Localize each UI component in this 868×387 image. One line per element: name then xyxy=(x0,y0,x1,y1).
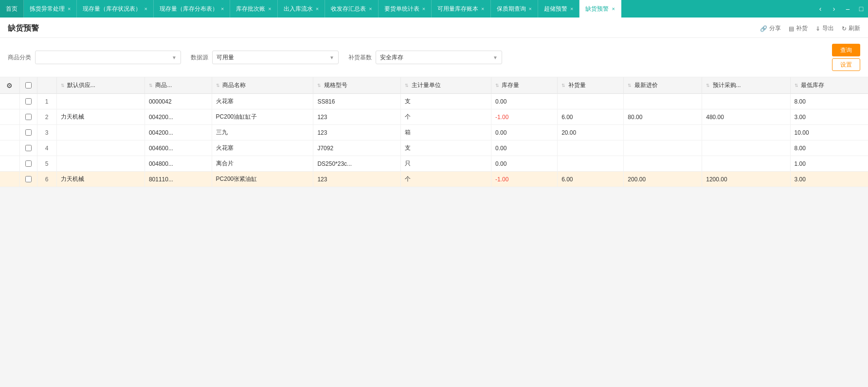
td-num: 2 xyxy=(37,109,56,125)
sort-spec-icon: ⇅ xyxy=(317,83,321,88)
datasource-select[interactable]: 可用量 ▼ xyxy=(212,51,339,64)
page-header: 缺货预警 🔗 分享 ▤ 补货 ⇓ 导出 ↻ 刷新 xyxy=(0,18,868,38)
tab-minimize[interactable]: ‒ xyxy=(841,5,854,13)
category-select[interactable]: ▼ xyxy=(35,51,181,64)
td-name: PC200油缸缸子 xyxy=(212,109,313,125)
td-settings xyxy=(0,109,19,125)
row-checkbox[interactable] xyxy=(25,129,32,136)
tab-expiry[interactable]: 保质期查询 × xyxy=(491,0,538,18)
td-spec: 123 xyxy=(313,109,401,125)
td-unit: 支 xyxy=(401,94,491,109)
table-row: 1 0000042 火花塞 SS816 支 0.00 8.00 xyxy=(0,94,868,109)
replenish-icon: ▤ xyxy=(789,25,794,32)
row-checkbox[interactable] xyxy=(25,114,32,120)
tab-home[interactable]: 首页 xyxy=(0,0,24,18)
sort-stock-icon: ⇅ xyxy=(495,83,499,88)
refresh-button[interactable]: ↻ 刷新 xyxy=(842,24,860,33)
td-supplier xyxy=(56,94,145,109)
row-checkbox[interactable] xyxy=(25,145,32,151)
td-stock: 0.00 xyxy=(491,125,557,141)
export-button[interactable]: ⇓ 导出 xyxy=(815,24,834,33)
tab-close-shortage[interactable]: × xyxy=(612,6,615,12)
td-num: 5 xyxy=(37,156,56,172)
share-button[interactable]: 🔗 分享 xyxy=(760,24,781,33)
tab-close-overstock[interactable]: × xyxy=(570,6,573,12)
tab-batch[interactable]: 库存批次账 × xyxy=(230,0,277,18)
tab-summary[interactable]: 收发存汇总表 × xyxy=(325,0,378,18)
row-checkbox[interactable] xyxy=(25,98,32,105)
td-replenish xyxy=(558,94,624,109)
tab-requisition[interactable]: 要货单统计表 × xyxy=(379,0,432,18)
sort-code-icon: ⇅ xyxy=(149,83,153,88)
settings-button[interactable]: 设置 xyxy=(832,58,860,71)
th-spec[interactable]: ⇅ 规格型号 xyxy=(313,77,401,94)
tab-close-picking[interactable]: × xyxy=(68,6,71,12)
td-spec: DS250*23c... xyxy=(313,156,401,172)
td-latest-price xyxy=(624,94,702,109)
td-stock: 0.00 xyxy=(491,156,557,172)
th-stock[interactable]: ⇅ 库存量 xyxy=(491,77,557,94)
td-code: 004200... xyxy=(145,109,212,125)
tab-close-available-ledger[interactable]: × xyxy=(481,6,484,12)
td-min-stock: 1.00 xyxy=(790,156,868,172)
tab-close-summary[interactable]: × xyxy=(369,6,372,12)
td-estimated-purchase xyxy=(702,125,790,141)
query-button[interactable]: 查询 xyxy=(832,44,860,56)
row-checkbox[interactable] xyxy=(25,176,32,182)
td-num: 4 xyxy=(37,141,56,156)
replenish-button[interactable]: ▤ 补货 xyxy=(789,24,808,33)
row-checkbox[interactable] xyxy=(25,160,32,167)
tab-overstock[interactable]: 超储预警 × xyxy=(538,0,579,18)
th-unit[interactable]: ⇅ 主计量单位 xyxy=(401,77,491,94)
table-header-row: ⚙ ⇅ 默认供应... ⇅ 商品... xyxy=(0,77,868,94)
tab-nav-next[interactable]: › xyxy=(827,5,841,13)
th-latest-price[interactable]: ⇅ 最新进价 xyxy=(624,77,702,94)
select-all-checkbox[interactable] xyxy=(25,82,32,88)
td-check xyxy=(19,109,37,125)
replenish-base-value: 安全库存 xyxy=(380,53,491,62)
tab-close-requisition[interactable]: × xyxy=(422,6,425,12)
tab-close-flow[interactable]: × xyxy=(316,6,319,12)
th-estimated-purchase[interactable]: ⇅ 预计采购... xyxy=(702,77,790,94)
td-name: 离合片 xyxy=(212,156,313,172)
tab-close-inventory-status[interactable]: × xyxy=(144,6,147,12)
table-row: 4 004600... 火花塞 J7092 支 0.00 8.00 xyxy=(0,141,868,156)
td-min-stock: 3.00 xyxy=(790,172,868,187)
replenish-base-select[interactable]: 安全库存 ▼ xyxy=(376,51,502,64)
tab-close-expiry[interactable]: × xyxy=(529,6,532,12)
refresh-icon: ↻ xyxy=(842,25,847,32)
tab-shortage[interactable]: 缺货预警 × xyxy=(579,0,621,18)
th-code[interactable]: ⇅ 商品... xyxy=(145,77,212,94)
td-estimated-purchase: 1200.00 xyxy=(702,172,790,187)
page-content: 缺货预警 🔗 分享 ▤ 补货 ⇓ 导出 ↻ 刷新 商品分类 xyxy=(0,18,868,187)
th-min-stock[interactable]: ⇅ 最低库存 xyxy=(790,77,868,94)
th-replenish[interactable]: ⇅ 补货量 xyxy=(558,77,624,94)
td-latest-price: 200.00 xyxy=(624,172,702,187)
tab-available-ledger[interactable]: 可用量库存账本 × xyxy=(432,0,490,18)
td-spec: J7092 xyxy=(313,141,401,156)
th-settings[interactable]: ⚙ xyxy=(0,77,19,94)
share-icon: 🔗 xyxy=(760,25,767,32)
tab-flow[interactable]: 出入库流水 × xyxy=(278,0,325,18)
tab-close-batch[interactable]: × xyxy=(268,6,271,12)
table-body: 1 0000042 火花塞 SS816 支 0.00 8.00 2 力天机械 0… xyxy=(0,94,868,187)
tab-picking[interactable]: 拣货异常处理 × xyxy=(24,0,77,18)
tab-nav-prev[interactable]: ‹ xyxy=(814,5,827,13)
td-replenish: 6.00 xyxy=(558,172,624,187)
td-check xyxy=(19,156,37,172)
td-supplier xyxy=(56,125,145,141)
tab-maximize[interactable]: □ xyxy=(854,5,868,13)
th-supplier[interactable]: ⇅ 默认供应... xyxy=(56,77,145,94)
sort-name-icon: ⇅ xyxy=(216,83,220,88)
sort-supplier-icon: ⇅ xyxy=(61,83,65,88)
tab-inventory-dist[interactable]: 现存量（库存分布表） × xyxy=(154,0,230,18)
tab-close-inventory-dist[interactable]: × xyxy=(221,6,224,12)
td-min-stock: 8.00 xyxy=(790,141,868,156)
td-settings xyxy=(0,141,19,156)
td-replenish xyxy=(558,156,624,172)
tab-inventory-status[interactable]: 现存量（库存状况表） × xyxy=(77,0,153,18)
datasource-filter-group: 数据源 可用量 ▼ xyxy=(191,51,339,64)
th-name[interactable]: ⇅ 商品名称 xyxy=(212,77,313,94)
td-check xyxy=(19,94,37,109)
td-code: 004800... xyxy=(145,156,212,172)
